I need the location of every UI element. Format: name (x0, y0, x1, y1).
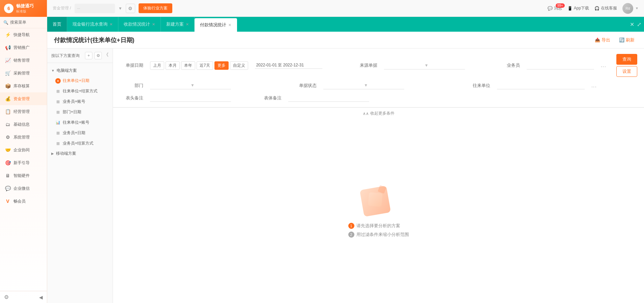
select-arrow-icon: ▼ (425, 63, 463, 68)
sidebar-item-wechat[interactable]: 💬 企业微信 (0, 182, 47, 195)
tab-close-icon[interactable]: ✕ (186, 22, 189, 27)
scheme-icon: ▦ (55, 141, 61, 146)
scheme-item-sales-date[interactable]: ▦ 业务员+日期 (47, 128, 113, 138)
sidebar-item-finance[interactable]: 💰 资金管理 (0, 92, 47, 105)
scheme-group-header-desktop[interactable]: ▼ 电脑端方案 (47, 66, 113, 75)
scheme-item-unit-date[interactable]: ● 往来单位+日期 (47, 75, 113, 86)
salesperson-dots-button[interactable]: ... (601, 62, 606, 68)
tab-label: 新建方案 (166, 21, 184, 27)
select-arrow-icon: ▼ (191, 83, 229, 88)
messages-button[interactable]: 💬 消息 99+ (548, 5, 562, 11)
this-year-btn[interactable]: 本年 (181, 61, 195, 70)
table-header-note-label: 表头备注 (120, 95, 143, 101)
partner-input[interactable] (497, 82, 585, 89)
sidebar-item-enterprise[interactable]: 🤝 企业协同 (0, 144, 47, 156)
page-content: 付款情况统计(往来单位+日期) 📤 导出 🔄 刷新 按以下方案查询 + (47, 32, 644, 303)
scheme-item-sales-payment[interactable]: ▦ 业务员+结算方式 (47, 138, 113, 149)
online-service-button[interactable]: 🎧 在线客服 (594, 5, 617, 11)
sidebar-item-marketing[interactable]: 📢 营销推广 (0, 41, 47, 54)
scheme-item-unit-account[interactable]: 📊 往来单位+账号 (47, 117, 113, 128)
sidebar-footer: ⚙ ◀ (0, 291, 47, 303)
tab-close-icon[interactable]: ✕ (110, 22, 113, 27)
sidebar-collapse-icon[interactable]: ◀ (39, 295, 43, 300)
hint-text-2: 用过滤条件来缩小分析范围 (356, 232, 409, 238)
scheme-settings-button[interactable]: ⚙ (94, 52, 102, 59)
purchase-icon: 🛒 (5, 70, 11, 76)
sidebar-item-system[interactable]: ⚙ 系统管理 (0, 131, 47, 144)
last-month-btn[interactable]: 上月 (150, 61, 164, 70)
source-voucher-label: 来源单据 (354, 62, 377, 68)
sidebar-item-quick-nav[interactable]: ⚡ 快捷导航 (0, 28, 47, 41)
close-all-tabs-icon[interactable]: ✕ (630, 21, 634, 28)
tab-close-icon[interactable]: ✕ (228, 23, 231, 27)
expand-icon[interactable]: ⤢ (637, 21, 641, 28)
sidebar-item-hardware[interactable]: 🖥 智能硬件 (0, 169, 47, 182)
table-header-note-input[interactable] (150, 94, 231, 102)
scheme-item-dept-date[interactable]: ▦ 部门+日期 (47, 107, 113, 117)
last-7days-btn[interactable]: 近7天 (197, 61, 213, 70)
guide-icon: 🎯 (5, 160, 11, 166)
sidebar-item-label: 系统管理 (13, 134, 30, 140)
sidebar-item-label: 智能硬件 (13, 173, 30, 179)
topbar-settings-button[interactable]: ⚙ (126, 4, 135, 13)
sidebar-item-inventory[interactable]: 📦 库存核算 (0, 80, 47, 92)
group-expand-icon: ▶ (51, 152, 54, 155)
scheme-icon: ▦ (55, 110, 61, 115)
tab-payments[interactable]: 付款情况统计 ✕ (195, 18, 237, 32)
trial-button[interactable]: 体验行业方案 (139, 3, 172, 13)
partner-dots-button[interactable]: ... (591, 83, 597, 89)
filter-area: 单据日期 上月 本月 本年 近7天 更多 自定义 2022-01-01 至 20… (113, 49, 644, 303)
salesperson-input[interactable] (527, 62, 594, 69)
sidebar-settings-icon[interactable]: ⚙ (4, 294, 9, 300)
sidebar-item-label: 销售管理 (13, 58, 30, 63)
tabbar: 首页 现金银行流水查询 ✕ 收款情况统计 ✕ 新建方案 ✕ 付款情况统计 ✕ ✕… (47, 17, 644, 32)
scheme-group-mobile: ▶ 移动端方案 (47, 149, 113, 158)
scheme-item-unit-payment[interactable]: ▦ 往来单位+结算方式 (47, 86, 113, 96)
group-expand-icon: ▼ (51, 69, 55, 72)
tab-home[interactable]: 首页 (47, 17, 67, 32)
collapse-conditions-button[interactable]: ∧∧ 收起更多条件 (113, 108, 644, 119)
table-body-note-input[interactable] (288, 94, 369, 102)
export-button[interactable]: 📤 导出 (592, 36, 613, 44)
sidebar-item-member[interactable]: V 畅会员 (0, 195, 47, 208)
voucher-status-select[interactable]: ▼ (323, 82, 404, 89)
filter-settings-button[interactable]: 设置 (616, 66, 637, 77)
tab-close-icon[interactable]: ✕ (152, 22, 155, 27)
export-icon: 📤 (595, 37, 600, 42)
this-month-btn[interactable]: 本月 (166, 61, 180, 70)
tab-new-scheme[interactable]: 新建方案 ✕ (161, 17, 195, 32)
source-voucher-select[interactable]: ▼ (384, 62, 465, 69)
page-title: 付款情况统计(往来单位+日期) (54, 36, 135, 44)
tab-bank-flow[interactable]: 现金银行流水查询 ✕ (67, 17, 118, 32)
filter-row-2: 部门 ▼ 单据状态 ▼ 往来单位 (120, 82, 637, 89)
query-button[interactable]: 查询 (616, 54, 637, 65)
sidebar-item-label: 畅会员 (13, 199, 26, 204)
scheme-panel: 按以下方案查询 + ⚙ 《 ▼ 电脑端方案 (47, 49, 113, 303)
more-dates-btn[interactable]: 更多 (214, 61, 229, 70)
add-scheme-button[interactable]: + (85, 52, 92, 59)
search-menu[interactable]: 🔍 搜索菜单 (0, 17, 47, 28)
date-label: 单据日期 (120, 62, 143, 68)
date-range-input[interactable]: 2022-01-01 至 2022-12-31 (255, 62, 322, 69)
sidebar-item-operations[interactable]: 📋 经营管理 (0, 105, 47, 118)
scheme-item-sales-account[interactable]: ▦ 业务员+账号 (47, 96, 113, 107)
scheme-item-label: 业务员+日期 (63, 130, 85, 136)
scheme-collapse-button[interactable]: 《 (104, 52, 109, 59)
app-download-button[interactable]: 📱 App下载 (567, 5, 589, 11)
sidebar-item-sales[interactable]: 📈 销售管理 (0, 54, 47, 67)
user-profile-button[interactable]: Rit ▼ (622, 3, 639, 14)
scheme-group-header-mobile[interactable]: ▶ 移动端方案 (47, 149, 113, 158)
department-select[interactable]: ▼ (150, 82, 231, 89)
tab-receivables[interactable]: 收款情况统计 ✕ (118, 17, 161, 32)
sidebar-item-purchase[interactable]: 🛒 采购管理 (0, 67, 47, 80)
sidebar-item-label: 采购管理 (13, 70, 30, 76)
scheme-item-label: 往来单位+日期 (63, 78, 89, 84)
sidebar-menu: ⚡ 快捷导航 📢 营销推广 📈 销售管理 🛒 采购管理 📦 库存核算 💰 资金管… (0, 28, 47, 291)
refresh-button[interactable]: 🔄 刷新 (616, 36, 637, 44)
custom-date-btn[interactable]: 自定义 (230, 61, 248, 70)
sidebar-item-guide[interactable]: 🎯 新手引导 (0, 156, 47, 169)
sidebar-item-label: 基础信息 (13, 122, 30, 127)
sidebar-item-label: 企业协同 (13, 147, 30, 153)
topbar-dropdown-icon[interactable]: ▼ (118, 6, 122, 11)
sidebar-item-basic-info[interactable]: 🗂 基础信息 (0, 118, 47, 131)
